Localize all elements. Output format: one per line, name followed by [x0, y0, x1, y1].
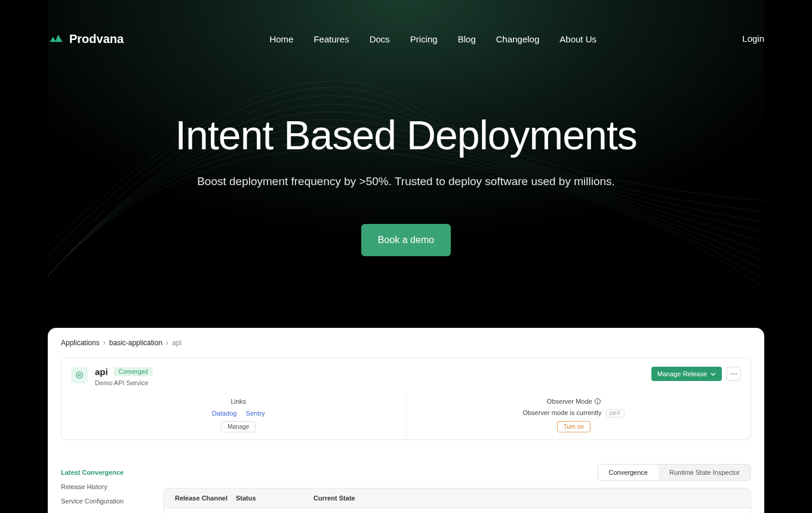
side-nav-release-history[interactable]: Release History	[61, 480, 150, 494]
service-description: Demo API Service	[95, 379, 153, 386]
manage-release-button[interactable]: Manage Release	[651, 367, 722, 381]
login-link[interactable]: Login	[742, 33, 764, 44]
links-panel: Links Datadog Sentry Manage	[71, 395, 406, 440]
observer-text: Observer mode is currently	[522, 409, 601, 416]
nav-docs[interactable]: Docs	[370, 34, 390, 44]
service-icon	[71, 367, 88, 383]
top-nav: Prodvana Home Features Docs Pricing Blog…	[48, 20, 764, 58]
hero: Intent Based Deployments Boost deploymen…	[48, 58, 764, 292]
th-release-channel: Release Channel	[164, 489, 236, 508]
th-current-state: Current State	[313, 489, 751, 508]
chevron-down-icon	[710, 371, 716, 377]
observer-title: Observer Mode	[547, 398, 592, 405]
more-button[interactable]: ⋯	[727, 367, 741, 381]
tab-runtime-inspector[interactable]: Runtime State Inspector	[659, 465, 751, 480]
svg-point-0	[76, 372, 83, 379]
breadcrumb-current: api	[172, 339, 182, 347]
release-channel-table: Release Channel Status Current State sta…	[164, 488, 751, 513]
observer-turn-on-button[interactable]: Turn on	[557, 421, 590, 432]
nav-pricing[interactable]: Pricing	[410, 34, 438, 44]
logo-text: Prodvana	[69, 32, 124, 46]
service-name: api	[95, 367, 108, 377]
status-badge: Converged	[114, 367, 153, 376]
book-demo-button[interactable]: Book a demo	[361, 224, 451, 256]
manage-links-button[interactable]: Manage	[221, 421, 256, 432]
nav-home[interactable]: Home	[269, 34, 293, 44]
breadcrumb-root[interactable]: Applications	[61, 339, 100, 347]
side-nav-commits[interactable]: Commits	[61, 508, 150, 513]
nav-features[interactable]: Features	[313, 34, 349, 44]
observer-state-badge: OFF	[606, 409, 625, 417]
nav-changelog[interactable]: Changelog	[496, 34, 540, 44]
svg-point-1	[78, 374, 81, 376]
chevron-right-icon: ›	[166, 339, 168, 347]
ellipsis-icon: ⋯	[730, 370, 737, 378]
nav-blog[interactable]: Blog	[458, 34, 476, 44]
logo-icon	[48, 32, 64, 46]
chevron-right-icon: ›	[103, 339, 106, 347]
hero-title: Intent Based Deployments	[48, 112, 764, 158]
view-tabs: Convergence Runtime State Inspector	[598, 464, 751, 481]
logo[interactable]: Prodvana	[48, 32, 124, 46]
manage-release-label: Manage Release	[657, 370, 707, 377]
nav-links: Home Features Docs Pricing Blog Changelo…	[124, 34, 742, 44]
info-icon[interactable]: i	[595, 398, 601, 404]
side-nav: Latest Convergence Release History Servi…	[61, 464, 150, 513]
table-row: staging Converged 1/1 checks satisfied d…	[164, 508, 751, 513]
side-nav-service-configuration[interactable]: Service Configuration	[61, 494, 150, 508]
observer-panel: Observer Mode i Observer mode is current…	[406, 395, 742, 440]
hero-subtitle: Boost deployment frequency by >50%. Trus…	[48, 175, 764, 188]
link-sentry[interactable]: Sentry	[246, 410, 265, 417]
gear-icon	[75, 371, 84, 379]
breadcrumb: Applications › basic-application › api	[61, 339, 751, 347]
service-card: api Converged Demo API Service Manage Re…	[61, 358, 751, 440]
th-status: Status	[236, 489, 313, 508]
link-datadog[interactable]: Datadog	[212, 410, 237, 417]
tab-convergence[interactable]: Convergence	[598, 465, 659, 480]
dashboard-screenshot: Applications › basic-application › api a…	[48, 328, 764, 513]
breadcrumb-app[interactable]: basic-application	[109, 339, 162, 347]
links-title: Links	[230, 398, 246, 405]
nav-about[interactable]: About Us	[559, 34, 596, 44]
side-nav-latest-convergence[interactable]: Latest Convergence	[61, 465, 150, 480]
